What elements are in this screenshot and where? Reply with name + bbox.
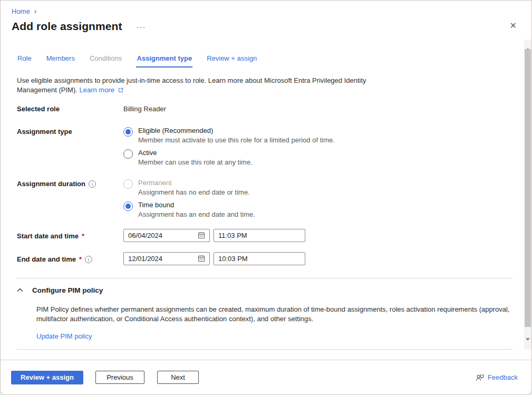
external-link-icon xyxy=(118,88,123,93)
more-options-icon[interactable]: ··· xyxy=(137,23,146,31)
required-mark: * xyxy=(79,255,82,263)
feedback-link[interactable]: Feedback xyxy=(476,373,518,382)
radio-permanent-description: Assignment has no end date or time. xyxy=(138,188,250,196)
radio-time-bound-description: Assignment has an end date and time. xyxy=(138,210,255,218)
radio-disabled-icon xyxy=(123,179,133,189)
start-time-value: 11:03 PM xyxy=(218,232,247,239)
assignment-type-radio-group: Eligible (Recommended) Member must activ… xyxy=(123,127,335,166)
scroll-down-icon[interactable] xyxy=(524,340,531,349)
learn-more-link[interactable]: Learn more xyxy=(80,86,123,94)
end-time-value: 10:03 PM xyxy=(218,255,248,263)
intro-text-body: Use eligible assignments to provide just… xyxy=(17,76,366,94)
required-mark: * xyxy=(82,232,84,240)
end-date-value: 12/01/2024 xyxy=(128,255,162,263)
tab-role[interactable]: Role xyxy=(17,54,32,68)
selected-role-label: Selected role xyxy=(17,104,123,113)
radio-eligible-description: Member must activate to use this role fo… xyxy=(138,136,335,144)
chevron-up-icon xyxy=(17,288,23,292)
info-icon[interactable]: i xyxy=(89,180,96,188)
tab-review-assign[interactable]: Review + assign xyxy=(206,54,257,68)
radio-unselected-icon xyxy=(123,149,133,159)
next-button[interactable]: Next xyxy=(157,371,199,384)
tab-conditions: Conditions xyxy=(89,54,122,68)
learn-more-label: Learn more xyxy=(80,86,114,94)
radio-eligible-label: Eligible (Recommended) xyxy=(138,127,335,134)
pim-section-title: Configure PIM policy xyxy=(32,286,103,294)
vertical-scrollbar[interactable] xyxy=(524,40,531,350)
breadcrumb-home-link[interactable]: Home xyxy=(12,7,30,15)
end-date-input[interactable]: 12/01/2024 xyxy=(123,252,210,265)
assignment-duration-label: Assignment duration i xyxy=(17,179,123,218)
radio-active-description: Member can use this role at any time. xyxy=(138,158,253,166)
section-divider xyxy=(17,349,512,350)
pim-section-header[interactable]: Configure PIM policy xyxy=(17,286,507,294)
pim-section-description: PIM Policy defines whether permanent ass… xyxy=(36,305,512,324)
update-pim-policy-link[interactable]: Update PIM policy xyxy=(36,332,92,340)
add-role-assignment-panel: Home › Add role assignment ··· ✕ Role Me… xyxy=(0,0,532,395)
feedback-label: Feedback xyxy=(488,373,518,381)
scrollbar-thumb[interactable] xyxy=(525,49,531,327)
feedback-icon xyxy=(476,373,485,382)
previous-button[interactable]: Previous xyxy=(95,371,144,384)
start-datetime-label: Start date and time * xyxy=(17,229,123,242)
tab-assignment-type[interactable]: Assignment type xyxy=(136,54,192,68)
section-divider xyxy=(17,278,512,278)
radio-active-label: Active xyxy=(138,149,253,157)
intro-text: Use eligible assignments to provide just… xyxy=(17,76,371,95)
radio-eligible[interactable]: Eligible (Recommended) Member must activ… xyxy=(123,127,335,144)
calendar-icon[interactable] xyxy=(198,255,205,262)
scroll-up-icon[interactable] xyxy=(524,40,531,48)
start-time-input[interactable]: 11:03 PM xyxy=(214,229,305,242)
start-date-input[interactable]: 06/04/2024 xyxy=(123,229,210,242)
panel-footer: Review + assign Previous Next Feedback xyxy=(1,360,531,394)
radio-selected-icon xyxy=(123,201,133,211)
review-assign-button[interactable]: Review + assign xyxy=(11,371,83,384)
assignment-duration-radio-group: Permanent Assignment has no end date or … xyxy=(123,179,255,218)
radio-active[interactable]: Active Member can use this role at any t… xyxy=(123,149,335,166)
info-icon[interactable]: i xyxy=(85,256,92,263)
assignment-type-label: Assignment type xyxy=(17,127,123,166)
calendar-icon[interactable] xyxy=(198,232,205,239)
radio-permanent: Permanent Assignment has no end date or … xyxy=(123,179,255,196)
close-icon[interactable]: ✕ xyxy=(510,21,517,31)
panel-header: Home › Add role assignment ··· ✕ xyxy=(1,1,531,33)
radio-selected-icon xyxy=(123,127,133,137)
radio-time-bound-label: Time bound xyxy=(138,201,255,209)
radio-permanent-label: Permanent xyxy=(138,179,250,187)
wizard-tabs: Role Members Conditions Assignment type … xyxy=(17,54,507,68)
tab-members[interactable]: Members xyxy=(46,54,75,68)
breadcrumb: Home › xyxy=(12,7,521,15)
radio-time-bound[interactable]: Time bound Assignment has an end date an… xyxy=(123,201,255,218)
breadcrumb-chevron-icon: › xyxy=(34,7,37,15)
page-title: Add role assignment xyxy=(12,20,122,33)
selected-role-value: Billing Reader xyxy=(123,104,166,113)
end-datetime-label: End date and time * i xyxy=(17,252,123,265)
end-time-input[interactable]: 10:03 PM xyxy=(214,252,305,265)
panel-content: Role Members Conditions Assignment type … xyxy=(1,40,531,350)
start-date-value: 06/04/2024 xyxy=(128,232,162,239)
